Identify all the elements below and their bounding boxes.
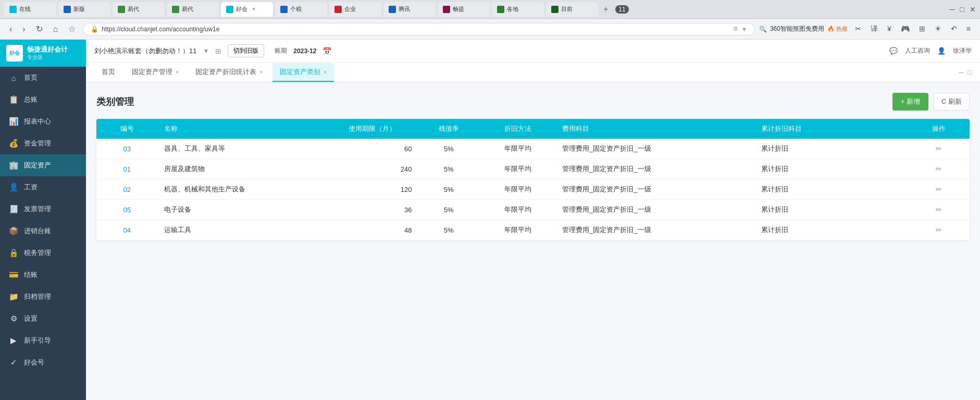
back-button[interactable]: ‹ <box>6 23 15 35</box>
sidebar-label-guide: 新手引导 <box>24 336 51 345</box>
main-area: 刘小艳演示账套（勿删勿动！）11 ▼ ⊞ 切到旧版 账期 2023-12 📅 💬… <box>86 40 980 400</box>
translate-icon[interactable]: 译 <box>867 23 881 35</box>
tab-homepage[interactable]: 首页 <box>94 63 122 82</box>
sidebar-item-invoice[interactable]: 🧾 发票管理 <box>0 198 86 220</box>
add-tab-button[interactable]: + <box>600 5 611 14</box>
switch-version-button[interactable]: 切到旧版 <box>228 44 264 57</box>
refresh-button[interactable]: C 刷新 <box>934 93 970 111</box>
sidebar-item-salary[interactable]: 👤 工资 <box>0 176 86 198</box>
browser-action-icons: ✂ 译 ¥ 🎮 ⊞ ☀ ↶ ≡ <box>852 23 974 35</box>
minimize-button[interactable]: ─ <box>950 5 955 14</box>
ledger-icon: 📋 <box>8 95 19 104</box>
dropdown-arrow[interactable]: ▼ <box>203 47 209 55</box>
edit-button-1[interactable]: ✏ <box>936 165 942 173</box>
tab-zaixin[interactable]: 在线 <box>4 2 56 17</box>
bookmark-button[interactable]: ☆ <box>65 23 79 35</box>
cell-code-1: 01 <box>96 159 158 179</box>
sidebar-item-ledger[interactable]: 📋 总账 <box>0 89 86 111</box>
forward-button[interactable]: › <box>19 23 28 35</box>
undo-icon[interactable]: ↶ <box>948 23 960 35</box>
invoice-icon: 🧾 <box>8 204 19 214</box>
edit-button-2[interactable]: ✏ <box>936 185 942 193</box>
username-label[interactable]: 徐泽华 <box>953 46 972 55</box>
cell-expense-3: 管理费用_固定资产折旧_一级 <box>556 200 755 220</box>
grid-icon[interactable]: ⊞ <box>916 23 928 35</box>
sidebar-item-guide[interactable]: ▶ 新手引导 <box>0 330 86 351</box>
sidebar-item-report[interactable]: 📊 报表中心 <box>0 111 86 132</box>
sidebar-item-fund[interactable]: 💰 资金管理 <box>0 132 86 154</box>
hot-label[interactable]: 🔥 热搜 <box>827 25 848 33</box>
maximize-button[interactable]: □ <box>960 5 964 14</box>
cell-accum-3: 累计折旧 <box>755 200 908 220</box>
sidebar-item-checkout[interactable]: 💳 结账 <box>0 264 86 286</box>
close-tab-haohui[interactable]: × <box>252 6 255 12</box>
table-row: 01 房屋及建筑物 240 5% 年限平均 管理费用_固定资产折旧_一级 累计折… <box>96 159 970 179</box>
game-icon[interactable]: 🎮 <box>898 23 913 35</box>
sidebar-label-salary: 工资 <box>24 183 38 192</box>
dropdown-icon[interactable]: ▼ <box>741 26 747 32</box>
tab-geshui[interactable]: 个税 <box>275 2 327 17</box>
period-value: 2023-12 <box>293 47 316 55</box>
fund-icon: 💰 <box>8 139 19 148</box>
cell-accum-4: 累计折旧 <box>755 220 908 240</box>
reload-button[interactable]: ↻ <box>33 23 46 35</box>
tab-changti[interactable]: 畅提 <box>438 2 490 17</box>
cell-residual-4: 5% <box>418 220 479 240</box>
tab-yidai2[interactable]: 易代 <box>167 2 219 17</box>
tab-qiye[interactable]: 企业 <box>329 2 381 17</box>
support-icon: 💬 <box>889 47 898 55</box>
home-button[interactable]: ⌂ <box>50 23 61 35</box>
sidebar-label-settings: 设置 <box>24 314 38 323</box>
tab-fixed-asset-mgmt[interactable]: 固定资产管理 × <box>125 63 186 82</box>
tab-minimize-icon[interactable]: ─ <box>959 68 963 76</box>
yuan-icon[interactable]: ¥ <box>884 23 895 35</box>
header-right-actions: 💬 人工咨询 👤 徐泽华 <box>889 46 972 55</box>
fixed-asset-icon: 🏢 <box>8 161 19 170</box>
search-text: 360智能抠图免费用 <box>770 25 824 33</box>
cell-residual-1: 5% <box>418 159 479 179</box>
sun-icon[interactable]: ☀ <box>932 23 945 35</box>
tab-depreciation-table[interactable]: 固定资产折旧统计表 × <box>188 63 270 82</box>
cell-code-2: 02 <box>96 179 158 200</box>
close-tab-fixed-asset-mgmt[interactable]: × <box>176 69 179 75</box>
table-row: 05 电子设备 36 5% 年限平均 管理费用_固定资产折旧_一级 累计折旧 ✏ <box>96 200 970 220</box>
url-text: https://cloud.chanjet.com/accounting/uw1… <box>102 26 730 33</box>
cell-method-1: 年限平均 <box>479 159 556 179</box>
cell-method-0: 年限平均 <box>479 139 556 159</box>
report-icon: 📊 <box>8 117 19 126</box>
close-window-button[interactable]: ✕ <box>970 5 976 14</box>
add-button[interactable]: + 新增 <box>892 93 928 111</box>
address-bar[interactable]: 🔒 https://cloud.chanjet.com/accounting/u… <box>83 23 755 35</box>
close-tab-asset-category[interactable]: × <box>324 69 327 75</box>
sidebar-label-hotline: 好会号 <box>24 358 44 367</box>
cell-name-0: 器具、工具、家具等 <box>158 139 326 159</box>
sidebar-item-settings[interactable]: ⚙ 设置 <box>0 308 86 330</box>
cell-residual-2: 5% <box>418 179 479 200</box>
sidebar-item-hotline[interactable]: ✓ 好会号 <box>0 351 86 373</box>
calendar-icon[interactable]: 📅 <box>322 47 331 55</box>
sidebar-item-home[interactable]: ⌂ 首页 <box>0 67 86 89</box>
tab-expand-icon[interactable]: □ <box>967 68 972 76</box>
edit-button-0[interactable]: ✏ <box>936 144 942 153</box>
page-title: 类别管理 <box>96 95 134 108</box>
tab-haohui[interactable]: 好会 × <box>221 2 273 17</box>
edit-button-4[interactable]: ✏ <box>936 226 942 234</box>
edit-button-3[interactable]: ✏ <box>936 205 942 214</box>
tab-yidai1[interactable]: 易代 <box>113 2 165 17</box>
cut-icon[interactable]: ✂ <box>852 23 864 35</box>
menu-icon[interactable]: ≡ <box>963 23 974 35</box>
close-tab-depreciation-table[interactable]: × <box>259 69 263 75</box>
sidebar-item-tax[interactable]: 🔒 税务管理 <box>0 242 86 264</box>
tab-gedi[interactable]: 各地 <box>492 2 544 17</box>
tab-xinban[interactable]: 新版 <box>58 2 110 17</box>
expand-icon[interactable]: ⊞ <box>215 47 221 55</box>
tab-asset-category[interactable]: 固定资产类别 × <box>272 63 334 82</box>
sidebar-item-archive[interactable]: 📁 归档管理 <box>0 286 86 308</box>
tab-tengxun[interactable]: 腾讯 <box>383 2 436 17</box>
support-label[interactable]: 人工咨询 <box>905 46 930 55</box>
sidebar-item-fixed-asset[interactable]: 🏢 固定资产 <box>0 154 86 176</box>
cell-period-4: 48 <box>326 220 418 240</box>
tab-muqian[interactable]: 目前 <box>546 2 598 17</box>
sidebar-item-stock[interactable]: 📦 进销台账 <box>0 220 86 242</box>
tab-window-controls: ─ □ <box>959 68 972 76</box>
